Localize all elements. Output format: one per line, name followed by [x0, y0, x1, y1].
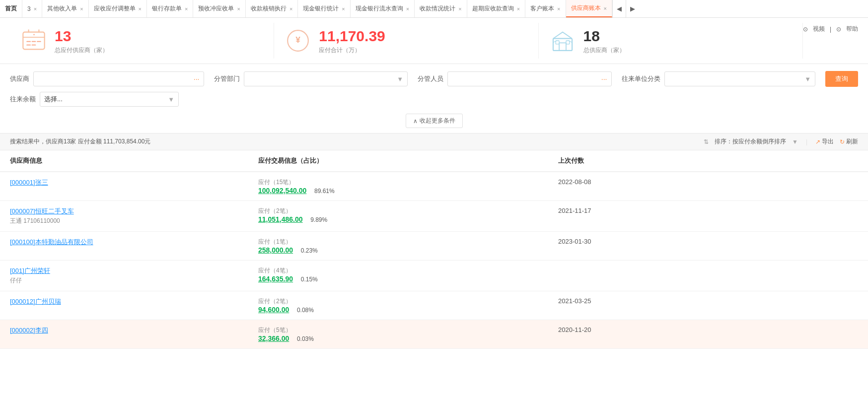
pay-label-5: 应付（5笔）	[258, 326, 558, 334]
person-input[interactable]: ···	[447, 71, 612, 86]
export-label: 导出	[822, 137, 834, 146]
pay-amount-0[interactable]: 100,092,540.00	[258, 187, 306, 195]
pay-percent-5: 0.03%	[297, 335, 314, 342]
nav-tab-3[interactable]: 3 ×	[22, 0, 42, 17]
nav-next-button[interactable]: ▶	[626, 0, 639, 17]
supplier-link-5[interactable]: [000002]李四	[10, 326, 258, 335]
nav-tab-collection-stat[interactable]: 收款情况统计 ×	[415, 0, 467, 17]
nav-tab-collection-exec[interactable]: 收款核销执行 ×	[246, 0, 298, 17]
supplier-link-1[interactable]: [000007]恒旺二手叉车	[10, 207, 258, 216]
nav-tab-other-income[interactable]: 其他收入单 ×	[42, 0, 88, 17]
nav-tab-collection-stat-label: 收款情况统计	[420, 4, 455, 13]
svg-text:✦: ✦	[33, 33, 35, 36]
last-pay-date-0: 2022-08-08	[558, 178, 591, 186]
nav-tab-customer-ledger-close[interactable]: ×	[557, 6, 560, 12]
supplier-contact-1: 王通 17106110000	[10, 217, 258, 225]
nav-tab-supplier-ledger-close[interactable]: ×	[604, 5, 607, 11]
nav-tab-3-close[interactable]: ×	[34, 6, 37, 12]
data-table: 供应商信息 应付交易信息（占比） 上次付数 [000001]张三 应付（15笔）…	[0, 150, 868, 394]
pay-amount-row-4: 94,600.00 0.08%	[258, 306, 558, 314]
pay-info-cell-1: 应付（2笔） 11,051,486.00 9.89%	[258, 207, 558, 223]
supplier-contact-3: 仔仔	[10, 276, 258, 285]
table-row: [000002]李四 应付（5笔） 32,366.00 0.03% 2020-1…	[0, 320, 868, 349]
pay-amount-4[interactable]: 94,600.00	[258, 306, 289, 314]
refresh-label: 刷新	[846, 137, 858, 146]
pay-info-cell-4: 应付（2笔） 94,600.00 0.08%	[258, 297, 558, 314]
pay-amount-3[interactable]: 164,635.90	[258, 275, 293, 283]
nav-tab-home[interactable]: 首页	[0, 0, 22, 17]
nav-tab-collection-stat-close[interactable]: ×	[458, 6, 461, 12]
nav-tab-cash-bank-flow-close[interactable]: ×	[406, 6, 409, 12]
video-link[interactable]: 视频	[813, 25, 825, 33]
stat-payable-amount: ¥ 11,170.39 应付合计（万）	[274, 23, 538, 59]
help-link[interactable]: 帮助	[846, 25, 858, 33]
supplier-dots-icon: ···	[194, 75, 200, 83]
pay-amount-1[interactable]: 11,051,486.00	[258, 215, 303, 223]
refresh-icon: ↻	[840, 138, 845, 145]
nav-tab-other-income-close[interactable]: ×	[80, 6, 83, 12]
pay-amount-5[interactable]: 32,366.00	[258, 334, 289, 342]
pay-info-cell-3: 应付（4笔） 164,635.90 0.15%	[258, 266, 558, 283]
collapse-up-icon: ∧	[413, 118, 418, 125]
nav-tab-cash-bank-flow[interactable]: 现金银行流水查询 ×	[351, 0, 415, 17]
result-text: 搜索结果中，供应商13家 应付金额 111,703,854.00元	[10, 137, 150, 146]
stat-payable-suppliers: ✦ 13 总应付供应商（家）	[10, 23, 274, 59]
nav-tab-cash-bank-stat-close[interactable]: ×	[342, 6, 345, 12]
nav-tab-advance-ar[interactable]: 预收冲应收单 ×	[193, 0, 245, 17]
svg-rect-4	[553, 39, 572, 51]
refresh-button[interactable]: ↻ 刷新	[840, 137, 858, 146]
pay-percent-2: 0.23%	[301, 247, 318, 254]
collapse-row: ∧ 收起更多条件	[10, 112, 858, 128]
export-button[interactable]: ↗ 导出	[815, 137, 834, 146]
nav-tab-supplier-ledger[interactable]: 供应商账本 ×	[566, 0, 612, 17]
table-row: [000007]恒旺二手叉车 王通 17106110000 应付（2笔） 11,…	[0, 201, 868, 232]
nav-tab-ar-ap-adjust[interactable]: 应收应付调整单 ×	[89, 0, 147, 17]
query-button[interactable]: 查询	[825, 71, 858, 87]
sort-arrow-icon: ▼	[792, 138, 798, 145]
nav-tab-bank-deposit[interactable]: 银行存款单 ×	[147, 0, 193, 17]
nav-tab-cash-bank-flow-label: 现金银行流水查询	[356, 4, 403, 13]
divider: |	[830, 26, 831, 33]
nav-tab-collection-exec-close[interactable]: ×	[289, 6, 292, 12]
nav-tab-cash-bank-stat-label: 现金银行统计	[303, 4, 339, 13]
nav-tab-overdue-ar-close[interactable]: ×	[517, 6, 520, 12]
sort-area: ⇅ 排序：按应付余额倒序排序 ▼ | ↗ 导出 ↻ 刷新	[704, 137, 858, 146]
pay-amount-row-3: 164,635.90 0.15%	[258, 275, 558, 283]
svg-text:¥: ¥	[295, 35, 300, 45]
nav-tab-bank-deposit-close[interactable]: ×	[185, 6, 188, 12]
nav-tab-3-label: 3	[27, 5, 31, 12]
dept-arrow-icon: ▼	[397, 75, 403, 83]
category-select[interactable]: ▼	[664, 71, 816, 86]
balance-select[interactable]: 选择... ▼	[40, 92, 179, 107]
dept-field: 分管部门 ▼	[214, 71, 408, 86]
person-field: 分管人员 ···	[418, 71, 612, 86]
nav-tab-ar-ap-adjust-close[interactable]: ×	[139, 6, 142, 12]
search-row-2: 往来余额 选择... ▼	[10, 92, 179, 107]
nav-tab-customer-ledger[interactable]: 客户账本 ×	[525, 0, 566, 17]
supplier-link-0[interactable]: [000001]张三	[10, 178, 258, 187]
pay-percent-4: 0.08%	[297, 307, 314, 314]
nav-tab-customer-ledger-label: 客户账本	[530, 4, 554, 13]
sort-label[interactable]: 排序：按应付余额倒序排序	[715, 137, 786, 146]
collapse-button[interactable]: ∧ 收起更多条件	[406, 114, 463, 128]
supplier-link-2[interactable]: [000100]本特勤油品有限公司	[10, 238, 258, 247]
supplier-link-3[interactable]: [001]广州荣轩	[10, 266, 258, 275]
stat-payable-suppliers-info: 13 总应付供应商（家）	[55, 27, 108, 55]
pay-info-cell-0: 应付（15笔） 100,092,540.00 89.61%	[258, 178, 558, 195]
nav-tab-collection-exec-label: 收款核销执行	[251, 4, 287, 13]
pay-label-1: 应付（2笔）	[258, 207, 558, 215]
supplier-link-4[interactable]: [000012]广州贝瑞	[10, 297, 258, 306]
nav-prev-icon: ◀	[617, 5, 622, 12]
person-dots-icon: ···	[601, 75, 607, 83]
nav-tab-advance-ar-close[interactable]: ×	[237, 6, 240, 12]
dept-select[interactable]: ▼	[244, 71, 408, 86]
nav-prev-button[interactable]: ◀	[612, 0, 626, 17]
nav-tab-cash-bank-stat[interactable]: 现金银行统计 ×	[298, 0, 350, 17]
nav-tab-other-income-label: 其他收入单	[47, 4, 77, 13]
pay-info-cell-5: 应付（5笔） 32,366.00 0.03%	[258, 326, 558, 342]
nav-tab-overdue-ar[interactable]: 超期应收款查询 ×	[467, 0, 525, 17]
balance-arrow-icon: ▼	[168, 96, 174, 103]
balance-label: 往来余额	[10, 95, 36, 104]
pay-amount-2[interactable]: 258,000.00	[258, 246, 293, 254]
supplier-input[interactable]: ···	[33, 71, 204, 86]
